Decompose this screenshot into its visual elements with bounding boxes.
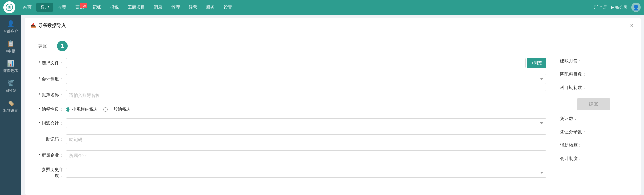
nav-fees[interactable]: 收费 xyxy=(54,3,70,12)
new-badge: new xyxy=(80,3,87,8)
nav-bookkeeping[interactable]: 记账 xyxy=(89,3,105,12)
vouchers-label: 凭证数： xyxy=(560,116,578,122)
assign-accountant-label: * 指派会计： xyxy=(38,120,63,126)
fullscreen-icon: ⛶ xyxy=(594,5,598,10)
user-avatar[interactable]: 👤 xyxy=(631,3,641,12)
right-accounting-system-label: 会计制度： xyxy=(560,156,582,162)
nav-biz-projects[interactable]: 工商项目 xyxy=(123,3,149,12)
tax-option2-label[interactable]: 一般纳税人 xyxy=(103,106,131,112)
build-account-button[interactable]: 建账 xyxy=(577,98,610,110)
import-icon: 📥 xyxy=(30,23,36,28)
history-year-label: 参照历史年度： xyxy=(38,167,63,179)
nav-settings[interactable]: 设置 xyxy=(219,3,236,12)
sidebar-item-all-customers[interactable]: 👤 全部客户 xyxy=(1,17,21,37)
accounting-system-row: * 会计制度： xyxy=(38,74,546,84)
avatar-icon: 👤 xyxy=(633,4,639,11)
right-row-aux: 辅助核算： xyxy=(560,142,627,148)
accounting-system-select[interactable] xyxy=(66,74,546,84)
sidebar: 👤 全部客户 📋 0申报 📊 账套迁移 🗑️ 回收站 🏷️ 标签设置 xyxy=(0,15,21,195)
nav-operations[interactable]: 经营 xyxy=(185,3,201,12)
main-content: 📥 导爷数据导入 × 建账 1 xyxy=(21,15,644,195)
nav-right-area: ⛶ 全屏 ▶ 畅会员 👤 xyxy=(594,3,641,12)
main-layout: 👤 全部客户 📋 0申报 📊 账套迁移 🗑️ 回收站 🏷️ 标签设置 📥 xyxy=(0,15,644,195)
ledger-name-row: * 账簿名称： xyxy=(38,90,546,100)
company-row: * 所属企业： xyxy=(38,150,546,160)
memo-code-row: 助记码： xyxy=(38,134,546,144)
sidebar-item-recycle-bin[interactable]: 🗑️ 回收站 xyxy=(1,77,21,96)
vip-button[interactable]: ▶ 畅会员 xyxy=(611,5,627,10)
tax-option1-radio[interactable] xyxy=(66,107,70,112)
match-label: 匹配科目数： xyxy=(560,71,586,77)
select-file-label: * 选择文件： xyxy=(38,60,63,66)
sidebar-item-tag-settings[interactable]: 🏷️ 标签设置 xyxy=(1,96,21,116)
nav-home[interactable]: 首页 xyxy=(19,3,36,12)
ledger-name-label: * 账簿名称： xyxy=(38,92,63,98)
month-label: 建账月份： xyxy=(560,58,582,64)
ledger-name-input[interactable] xyxy=(66,90,546,100)
zero-declaration-icon: 📋 xyxy=(7,40,14,47)
form-left: * 选择文件： +浏览 * 会计制度： xyxy=(38,58,546,185)
tax-nature-row: * 纳税性质： 小规模纳税人 一般纳税人 xyxy=(38,106,546,112)
file-input[interactable] xyxy=(66,58,526,68)
right-row-match: 匹配科目数： xyxy=(560,71,627,77)
sidebar-item-zero-declaration[interactable]: 📋 0申报 xyxy=(1,37,21,56)
assign-accountant-select[interactable] xyxy=(66,118,546,128)
aux-label: 辅助核算： xyxy=(560,142,582,148)
vip-icon: ▶ xyxy=(611,5,614,10)
accounting-system-label: * 会计制度： xyxy=(38,76,63,82)
form-right: 建账月份： 匹配科目数： 科目期初数： xyxy=(553,58,627,185)
step-label: 建账 xyxy=(38,41,47,49)
nav-invoices[interactable]: 票据 new xyxy=(71,3,88,12)
all-customers-icon: 👤 xyxy=(7,20,14,27)
select-file-row: * 选择文件： +浏览 xyxy=(38,58,546,68)
dialog-title-area: 📥 导爷数据导入 xyxy=(30,23,66,29)
history-year-select[interactable] xyxy=(66,168,546,178)
nav-menu: 首页 客户 收费 票据 new 记账 报税 工商项目 消息 管理 经营 服务 设… xyxy=(19,3,594,12)
top-navigation: 首页 客户 收费 票据 new 记账 报税 工商项目 消息 管理 经营 服务 设… xyxy=(0,0,644,15)
fullscreen-button[interactable]: ⛶ 全屏 xyxy=(594,5,607,10)
tax-nature-radio-group: 小规模纳税人 一般纳税人 xyxy=(66,106,131,112)
step-area: 建账 1 xyxy=(38,41,627,51)
nav-management[interactable]: 管理 xyxy=(167,3,184,12)
assign-accountant-row: * 指派会计： xyxy=(38,118,546,128)
tag-settings-icon: 🏷️ xyxy=(7,99,14,107)
recycle-bin-icon: 🗑️ xyxy=(7,79,14,87)
close-button[interactable]: × xyxy=(628,22,635,29)
company-label: * 所属企业： xyxy=(38,152,63,158)
ledger-migration-icon: 📊 xyxy=(7,60,14,67)
right-row-accounting-system: 会计制度： xyxy=(560,156,627,162)
voucher-entries-label: 凭证分录数： xyxy=(560,129,586,135)
tax-nature-label: * 纳税性质： xyxy=(38,106,63,112)
tax-option2-radio[interactable] xyxy=(103,107,108,112)
memo-code-input[interactable] xyxy=(66,134,546,144)
tax-option1-label[interactable]: 小规模纳税人 xyxy=(66,106,98,112)
step-circle: 1 xyxy=(57,41,68,51)
memo-code-label: 助记码： xyxy=(38,136,63,142)
nav-customers[interactable]: 客户 xyxy=(36,3,53,12)
nav-tax[interactable]: 报税 xyxy=(106,3,123,12)
right-row-voucher-entries: 凭证分录数： xyxy=(560,129,627,135)
app-logo[interactable] xyxy=(3,1,15,13)
dialog-body: 建账 1 * 选择文件： +浏览 xyxy=(25,34,641,195)
right-row-month: 建账月份： xyxy=(560,58,627,64)
right-row-vouchers: 凭证数： xyxy=(560,116,627,122)
right-row-initial: 科目期初数： xyxy=(560,85,627,91)
nav-services[interactable]: 服务 xyxy=(202,3,219,12)
dialog-header: 📥 导爷数据导入 × xyxy=(25,18,641,34)
company-input[interactable] xyxy=(66,150,546,160)
dialog-import: 📥 导爷数据导入 × 建账 1 xyxy=(25,18,641,195)
file-input-group: +浏览 xyxy=(66,58,546,68)
initial-label: 科目期初数： xyxy=(560,85,586,91)
nav-messages[interactable]: 消息 xyxy=(150,3,166,12)
browse-button[interactable]: +浏览 xyxy=(527,58,546,68)
dialog-title: 导爷数据导入 xyxy=(38,23,66,29)
sidebar-item-ledger-migration[interactable]: 📊 账套迁移 xyxy=(1,57,21,76)
history-year-row: 参照历史年度： xyxy=(38,167,546,179)
vertical-divider xyxy=(550,58,550,185)
